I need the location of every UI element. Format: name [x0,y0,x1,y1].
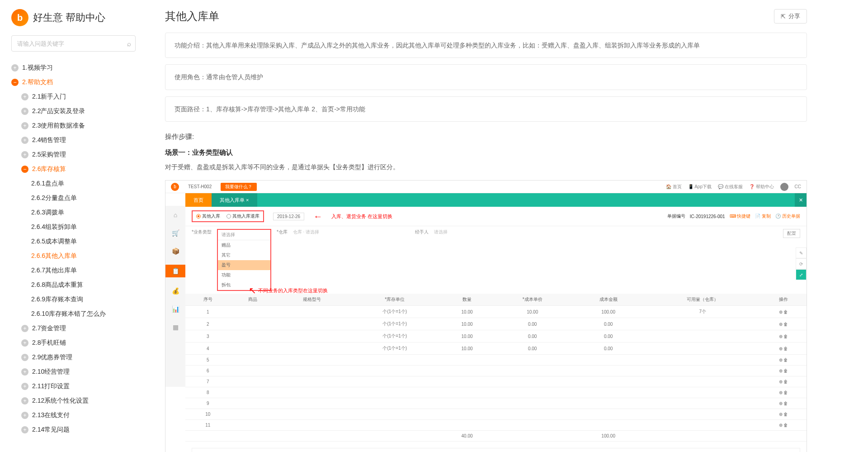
warehouse-icon: 📋 [165,265,185,277]
table-row: 6⊕ 🗑 [185,366,807,376]
ss-right-tools: ✎ ⟳ ⤢ [796,247,807,280]
path-box: 页面路径：1、库存核算->库存管理->其他入库单 2、首页->常用功能 [165,96,807,122]
nav-2-6-7[interactable]: 2.6.7其他出库单 [11,263,136,278]
nav-docs[interactable]: −2.帮助文档 [11,75,136,90]
th: 操作 [760,294,807,306]
th: 成本金额 [572,294,645,306]
nav-2-4[interactable]: +2.4销售管理 [11,133,136,147]
radio-icon [196,214,201,219]
table-total-row: 40.00 100.00 [185,431,807,442]
ss-config-btn: 配置 [783,229,800,238]
ss-dropdown-head: 请选择 [218,230,270,240]
nav-2-6[interactable]: −2.6库存核算 [11,162,136,176]
nav-2-1[interactable]: +2.1新手入门 [11,90,136,104]
ss-biztype-dropdown: 请选择 赠品 其它 盈亏 功能 拆包 [217,229,271,291]
ss-orderno: IC-20191226-001 [690,214,725,219]
chart-icon: 📊 [171,305,180,314]
nav-2-7[interactable]: +2.7资金管理 [11,321,136,336]
plus-icon: + [21,122,28,129]
ss-type-radio-group: 其他入库 其他入库退库 [192,210,264,222]
main-content: 其他入库单 ⇱分享 功能介绍：其他入库单用来处理除采购入库、产成品入库之外的其他… [147,0,825,452]
search-icon[interactable]: ⌕ [127,40,131,48]
nav-2-13[interactable]: +2.13在线支付 [11,408,136,423]
table-row: 9⊕ 🗑 [185,398,807,409]
total-amt: 100.00 [572,431,645,442]
nav-2-6-10[interactable]: 2.6.10库存账本错了怎么办 [11,307,136,321]
total-qty: 40.00 [441,431,493,442]
table-row: 5⊕ 🗑 [185,355,807,366]
money-icon: 💰 [171,286,180,295]
ss-radio-in: 其他入库 [196,213,220,219]
header-row: 其他入库单 ⇱分享 [165,9,807,24]
arrow-icon: ↖ [249,285,256,296]
ss-toolbar: 其他入库 其他入库退库 2019-12-26 ← 入库、退货业务 在这里切换 单… [185,207,807,226]
ss-date: 2019-12-26 [273,213,304,220]
nav-2-6-4[interactable]: 2.6.4组装拆卸单 [11,220,136,234]
nav: +1.视频学习 −2.帮助文档 +2.1新手入门 +2.2产品安装及登录 +2.… [11,61,136,437]
screenshot-image: b TEST-H002 我要做什么？ 🏠 首页 📱 App下载 💬 在线客服 ❓… [165,180,807,452]
logo-row: b 好生意 帮助中心 [11,9,136,26]
plus-icon: + [21,339,28,347]
table-row: 10⊕ 🗑 [185,409,807,420]
plus-icon: + [21,412,28,419]
nav-2-6-1[interactable]: 2.6.1盘点单 [11,176,136,191]
nav-2-6-6[interactable]: 2.6.6其他入库单 [11,249,136,263]
ss-filter-row: *业务类型 请选择 赠品 其它 盈亏 功能 拆包 *仓库 仓库 · 请选择 经手… [185,226,807,294]
ss-remark: ✎ 备注信息 请输入备注信息 [192,448,800,452]
nav-2-6-8[interactable]: 2.6.8商品成本重算 [11,278,136,292]
nav-2-3[interactable]: +2.3使用前数据准备 [11,119,136,133]
ss-radio-return: 其他入库退库 [226,213,259,219]
tool-icon: ✎ [796,247,807,258]
plus-icon: + [21,137,28,144]
nav-2-2[interactable]: +2.2产品安装及登录 [11,104,136,119]
ss-link-home: 🏠 首页 [666,184,682,190]
ss-dd-item: 盈亏 [218,260,270,270]
ss-company: TEST-H002 [188,184,212,189]
plus-icon: + [21,325,28,332]
ss-avatar [780,183,788,191]
ss-user: CC [795,184,801,189]
ss-tab-more: ✕ [795,193,807,207]
table-row: 4个(1个=1个)10.000.000.00⊕ 🗑 [185,343,807,355]
steps-label: 操作步骤: [165,133,807,141]
ss-topbar: b TEST-H002 我要做什么？ 🏠 首页 📱 App下载 💬 在线客服 ❓… [165,181,807,193]
plus-icon: + [21,426,28,433]
ss-link-service: 💬 在线客服 [718,184,743,190]
nav-2-12[interactable]: +2.12系统个性化设置 [11,394,136,408]
nav-2-6-5[interactable]: 2.6.5成本调整单 [11,234,136,249]
nav-2-5[interactable]: +2.5采购管理 [11,147,136,162]
ss-dd-item: 赠品 [218,240,270,250]
table-row: 8⊕ 🗑 [185,387,807,398]
plus-icon: + [21,383,28,390]
nav-2-6-2[interactable]: 2.6.2分量盘点单 [11,191,136,205]
arrow-icon: ← [313,211,322,222]
nav-2-8[interactable]: +2.8手机旺铺 [11,336,136,350]
table-row: 11⊕ 🗑 [185,420,807,431]
plus-icon: + [21,108,28,115]
nav-2-9[interactable]: +2.9优惠券管理 [11,350,136,365]
minus-icon: − [11,79,19,86]
ss-dd-item: 功能 [218,270,270,280]
search-input[interactable] [11,35,136,52]
home-icon: ⌂ [171,210,180,219]
box-icon: 📦 [171,247,180,256]
nav-2-11[interactable]: +2.11打印设置 [11,379,136,394]
th: 可用量（仓库） [645,294,760,306]
ss-filter-wh: *仓库 [277,229,288,235]
nav-2-10[interactable]: +2.10经营管理 [11,365,136,379]
nav-2-6-3[interactable]: 2.6.3调拨单 [11,205,136,220]
share-button[interactable]: ⇱分享 [774,9,807,24]
nav-videos[interactable]: +1.视频学习 [11,61,136,75]
ss-tab-home: 首页 [185,193,212,207]
minus-icon: − [21,166,28,173]
ss-filter-handler: 经手人 [415,229,429,235]
ss-tab-active: 其他入库单 × [212,193,257,207]
plus-icon: + [21,93,28,100]
table-row: 2个(1个=1个)10.000.000.00⊕ 🗑 [185,318,807,330]
nav-2-6-9[interactable]: 2.6.9库存账本查询 [11,292,136,307]
ss-link-help: ❓ 帮助中心 [749,184,774,190]
ss-dd-item: 其它 [218,250,270,260]
nav-2-14[interactable]: +2.14常见问题 [11,423,136,437]
table-row: 1个(1个=1个)10.0010.00100.007个⊕ 🗑 [185,306,807,318]
ss-top-right: 🏠 首页 📱 App下载 💬 在线客服 ❓ 帮助中心 CC [666,183,801,191]
